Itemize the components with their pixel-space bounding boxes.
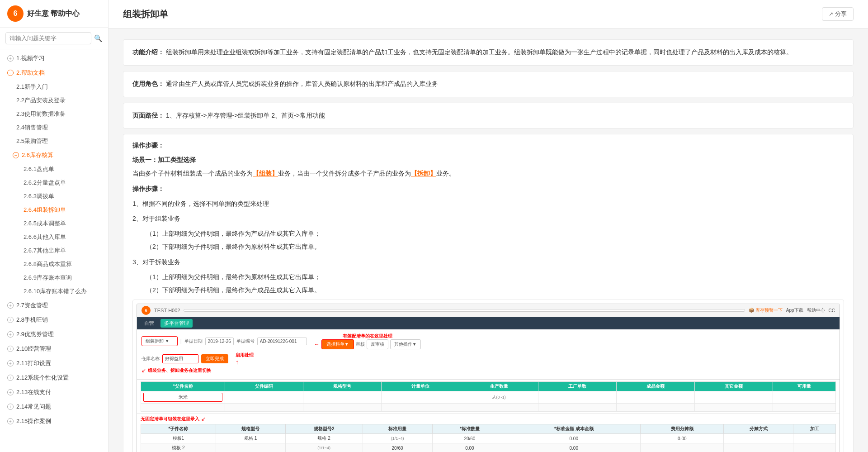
collapse-inventory-icon: −: [13, 152, 19, 158]
feature-intro-label: 功能介绍：: [132, 48, 164, 56]
th-child-spec1: 规格型号: [216, 424, 285, 434]
sidebar-item-coupon[interactable]: + 2.9优惠券管理: [0, 327, 108, 342]
sidebar-item-partial[interactable]: 2.6.2分量盘点单: [0, 176, 108, 190]
ops-title: 操作步骤：: [132, 142, 844, 150]
step3-1: （1）上部明细为父件明细，最终作为原材料生成其它出库单；: [142, 271, 844, 283]
mock-nav-home[interactable]: 自营: [141, 319, 158, 328]
role-label: 使用角色：: [132, 80, 164, 87]
sidebar-label-operations: 2.10经营管理: [16, 345, 51, 353]
search-input[interactable]: [5, 32, 91, 44]
expand-finance-icon: +: [7, 302, 14, 309]
sidebar-item-costrecalc[interactable]: 2.6.8商品成本重算: [0, 257, 108, 271]
expand-faq-icon: +: [7, 404, 14, 410]
expand-mobile-icon: +: [7, 317, 14, 323]
expand-print-icon: +: [7, 360, 14, 366]
sidebar-item-print[interactable]: + 2.11打印设置: [0, 356, 108, 371]
path-text: 1、库存核算->库存管理->组装拆卸单 2、首页->常用功能: [166, 112, 325, 119]
th-process: 加工: [793, 424, 836, 434]
step3: 3、对于拆装业务: [132, 257, 844, 268]
sidebar-item-mobile[interactable]: + 2.8手机旺铺: [0, 313, 108, 327]
mock-complete-btn[interactable]: 立即完成: [201, 354, 228, 363]
ops-steps-subtitle: 操作步骤：: [132, 183, 844, 195]
mock-date-input[interactable]: 2019-12-26: [205, 338, 234, 345]
mock-extra-btn[interactable]: 其他操作▼: [390, 339, 421, 349]
sidebar-item-assembly[interactable]: 2.6.4组装拆卸单: [0, 203, 108, 217]
sidebar-item-stocktake[interactable]: 2.6.1盘点单: [0, 162, 108, 176]
scene1-title: 场景一：加工类型选择: [132, 156, 844, 164]
red-arrow2: ↑: [236, 358, 239, 366]
sidebar-item-custom[interactable]: + 2.12系统个性化设置: [0, 371, 108, 385]
expand-coupon-icon: +: [7, 331, 14, 338]
search-icon[interactable]: 🔍: [94, 34, 103, 43]
sidebar-item-docs[interactable]: − 2.帮助文档: [0, 66, 108, 80]
expand-custom-icon: +: [7, 375, 14, 381]
table-row: 米米 从(0~1): [141, 391, 836, 404]
feature-intro-card: 功能介绍： 组装拆卸单用来处理企业组装或拆卸等加工业务，支持有固定装配清单的产品…: [123, 39, 854, 66]
sidebar-item-data[interactable]: 2.3使用前数据准备: [0, 107, 108, 121]
mock-lower-table: *子件名称 规格型号 规格型号2 标准用量 *标准数量 *标准金额 成本金额 费…: [141, 424, 836, 452]
sidebar-item-cases[interactable]: + 2.15操作案例: [0, 414, 108, 428]
path-card: 页面路径： 1、库存核算->库存管理->组装拆卸单 2、首页->常用功能: [123, 103, 854, 129]
sidebar-item-purchase[interactable]: 2.5采购管理: [0, 134, 108, 148]
table-row: [141, 404, 836, 412]
sidebar-item-faq[interactable]: + 2.14常见问题: [0, 400, 108, 414]
red-arrow1: ←: [314, 341, 320, 347]
step2-1: （1）上部明细为父件明细，最终作为产成品生成其它入库单；: [142, 228, 844, 239]
sidebar-label-cases: 2.15操作案例: [16, 417, 51, 425]
sidebar-label-coupon: 2.9优惠券管理: [16, 330, 54, 338]
sidebar-item-stockquery[interactable]: 2.6.9库存账本查询: [0, 271, 108, 285]
role-card: 使用角色： 通常由生产人员或库管人员完成拆装业务的操作，库管人员确认原材料的出库…: [123, 71, 854, 97]
sidebar-item-transfer[interactable]: 2.6.3调拨单: [0, 190, 108, 203]
annotation1-group: 有装配清单的在这里处理 ← 选择料单▼ 审核 反审核 其他操作▼: [314, 333, 421, 349]
nav-section: + 1.视频学习 − 2.帮助文档 2.1新手入门 2.2产品安装及登录 2.3…: [0, 49, 108, 430]
red-arrow4: ↙: [201, 416, 206, 422]
sidebar-item-adjust[interactable]: 2.6.5成本调整单: [0, 217, 108, 230]
mock-reverse-audit-btn[interactable]: 反审核: [367, 339, 388, 349]
sidebar-label-print: 2.11打印设置: [16, 359, 51, 367]
mock-app-logo: 6: [142, 306, 151, 315]
share-icon: ↗: [829, 11, 833, 17]
sidebar-item-inventory[interactable]: − 2.6库存核算: [0, 148, 108, 162]
mock-form-sep: |: [180, 339, 182, 344]
collapse-icon: −: [7, 70, 14, 76]
sidebar-item-video[interactable]: + 1.视频学习: [0, 51, 108, 66]
mock-type-select[interactable]: 组装拆卸 ▼: [142, 336, 178, 346]
sidebar-item-newbie[interactable]: 2.1新手入门: [0, 80, 108, 94]
sidebar-item-payment[interactable]: + 2.13在线支付: [0, 385, 108, 400]
mock-select-bom-btn[interactable]: 选择料单▼: [321, 339, 354, 349]
sidebar-item-finance[interactable]: + 2.7资金管理: [0, 298, 108, 313]
sidebar-item-sales[interactable]: 2.4销售管理: [0, 121, 108, 134]
lower-annotation-row: 无固定清单可组装在这里录入 ↙: [141, 416, 836, 422]
sidebar-header: 6 好生意 帮助中心: [0, 0, 108, 28]
sidebar-item-install[interactable]: 2.2产品安装及登录: [0, 94, 108, 107]
sidebar-label-docs: 2.帮助文档: [16, 69, 45, 77]
sidebar-item-accerror[interactable]: 2.6.10库存账本错了么办: [0, 285, 108, 298]
scene1-desc-text: 当由多个子件材料组装成一个成品的业务为: [132, 170, 253, 177]
mock-lower-table-area: 无固定清单可组装在这里录入 ↙ *子件名称 规格型号 规格型号2 标准用量: [137, 414, 840, 452]
sidebar-item-inother[interactable]: 2.6.6其他入库单: [0, 230, 108, 244]
mock-url-bar: [184, 309, 745, 312]
lower-annotation-text: 无固定清单可组装在这里录入: [141, 416, 199, 422]
type-annotation-row: ↙ 组装业务、拆卸业务在这里切换: [142, 367, 835, 374]
sidebar-item-outother[interactable]: 2.6.7其他出库单: [0, 244, 108, 257]
mock-upper-table-area: *父件名称 父件编码 规格型号 计量单位 生产数量 工厂单数 成品金额 其它金额…: [137, 380, 840, 414]
expand-cases-icon: +: [7, 418, 14, 424]
th-parent-code: 父件编码: [225, 382, 303, 391]
mock-number-input[interactable]: AD-20191226-001: [257, 338, 307, 345]
disassembly-link: 【拆卸】: [411, 170, 436, 177]
share-button[interactable]: ↗ 分享: [822, 7, 854, 21]
step1: 1、根据不同的业务，选择不同单据的类型来处理: [132, 198, 844, 209]
th-child-spec2: 规格型号2: [285, 424, 363, 434]
mock-form-area: 组装拆卸 ▼ | 单据日期 2019-12-26 单据编号 AD-2019122…: [137, 329, 840, 380]
sidebar-label-video: 1.视频学习: [16, 54, 45, 62]
mock-nav-multi[interactable]: 多平台管理: [160, 319, 193, 328]
mock-screenshot: 6 TEST-H002 📦 库存预警一下 App下载 帮助中心 CC 自营 多平…: [137, 304, 840, 452]
annotation1-controls: ← 选择料单▼ 审核 反审核 其他操作▼: [314, 339, 421, 349]
th-product-amt: 成品金额: [616, 382, 694, 391]
search-box: 🔍: [0, 28, 108, 49]
mock-form-row2: 仓库名称 好得益用 立即完成 启用处理 ↑: [142, 352, 835, 366]
expand-icon: +: [7, 55, 14, 62]
annotation2-text: 启用处理: [236, 352, 254, 358]
sidebar-item-operations[interactable]: + 2.10经营管理: [0, 342, 108, 356]
mock-warehouse-input[interactable]: 好得益用: [162, 354, 198, 363]
